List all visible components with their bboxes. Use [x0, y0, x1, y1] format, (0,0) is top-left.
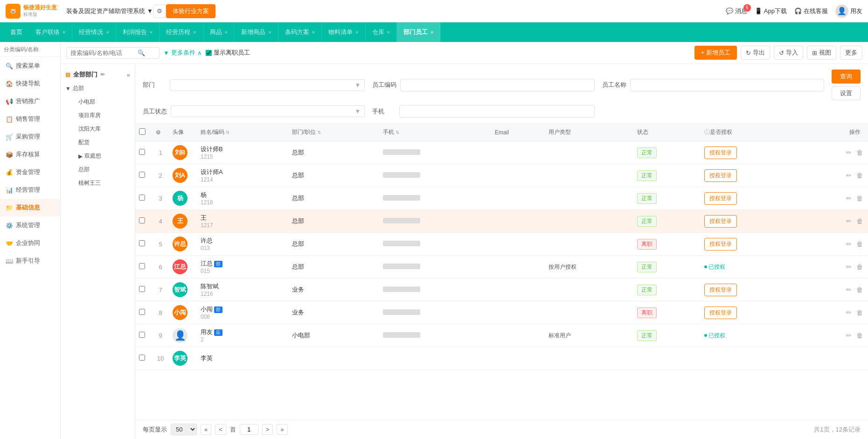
filter-status-select[interactable]: ▼: [171, 105, 365, 117]
filter-phone-input[interactable]: [399, 105, 594, 118]
delete-button[interactable]: 🗑: [856, 286, 863, 293]
sidebar-item-guide[interactable]: 📖新手引导: [0, 252, 60, 270]
import-button[interactable]: ↺ 导入: [774, 46, 803, 60]
delete-button[interactable]: 🗑: [856, 332, 863, 339]
last-page-button[interactable]: »: [277, 424, 287, 435]
delete-button[interactable]: 🗑: [856, 195, 863, 202]
sidebar-item-search[interactable]: 🔍搜索菜单: [0, 57, 60, 75]
row-checkbox[interactable]: [139, 195, 145, 201]
auth-login-button[interactable]: 授权登录: [704, 146, 737, 159]
select-all-checkbox[interactable]: [139, 128, 146, 135]
online-service-button[interactable]: 🎧 在线客服: [794, 7, 828, 15]
dept-item-shenyang[interactable]: 沈阳大库: [72, 122, 135, 136]
auth-login-button[interactable]: 授权登录: [704, 215, 737, 228]
dept-item-peihuo[interactable]: 配货: [72, 136, 135, 149]
delete-button[interactable]: 🗑: [856, 217, 863, 225]
nav-tab-bom[interactable]: 物料清单 ×: [322, 22, 365, 42]
show-resigned-checkbox[interactable]: [206, 50, 212, 56]
nav-tab-warehouse[interactable]: 仓库 ×: [366, 22, 397, 42]
page-number-input[interactable]: [240, 424, 258, 435]
th-phone[interactable]: 手机⇅: [379, 124, 491, 141]
row-checkbox[interactable]: [139, 172, 145, 178]
sidebar-item-inventory[interactable]: 📦库存核算: [0, 146, 60, 163]
sidebar-item-marketing[interactable]: 📢营销推广: [0, 92, 60, 110]
prev-page-button[interactable]: <: [215, 424, 226, 435]
dept-item-zongbu[interactable]: 总部: [72, 163, 135, 176]
filter-empname-input[interactable]: [630, 79, 824, 91]
edit-button[interactable]: ✏: [846, 286, 852, 293]
nav-tab-goods[interactable]: 商品 ×: [203, 22, 235, 42]
more-actions-button[interactable]: 更多: [840, 46, 862, 60]
reset-button[interactable]: 设置: [832, 86, 861, 100]
sidebar-item-management[interactable]: 📊经营管理: [0, 181, 60, 199]
close-operation-icon[interactable]: ×: [106, 29, 109, 35]
edit-button[interactable]: ✏: [846, 263, 852, 271]
query-button[interactable]: 查询: [832, 70, 861, 84]
close-department-icon[interactable]: ×: [431, 29, 433, 35]
view-button[interactable]: ⊞ 视图: [807, 46, 836, 60]
dept-item-zongbu-root[interactable]: ▼ 总部: [61, 82, 135, 95]
row-checkbox[interactable]: [139, 286, 145, 292]
edit-button[interactable]: ✏: [846, 217, 852, 225]
row-checkbox[interactable]: [139, 217, 145, 223]
sidebar-item-purchase[interactable]: 🛒采购管理: [0, 128, 60, 146]
dept-item-shuangling[interactable]: ▶ 双庭想: [72, 149, 135, 163]
close-barcode-icon[interactable]: ×: [312, 29, 315, 35]
edit-button[interactable]: ✏: [846, 309, 852, 316]
show-resigned-label[interactable]: 显示离职员工: [206, 49, 250, 57]
filter-empcode-input[interactable]: [400, 79, 594, 91]
sidebar-item-collab[interactable]: 🤝企业协同: [0, 234, 60, 252]
edit-button[interactable]: ✏: [846, 195, 852, 202]
edit-button[interactable]: ✏: [846, 332, 852, 339]
settings-icon[interactable]: ⚙: [156, 129, 161, 136]
nav-tab-home[interactable]: 首页: [4, 22, 29, 42]
edit-button[interactable]: ✏: [846, 149, 852, 156]
delete-button[interactable]: 🗑: [856, 240, 863, 248]
close-customer-icon[interactable]: ×: [62, 29, 65, 35]
message-button[interactable]: 💬 消息 5: [726, 7, 747, 15]
row-checkbox[interactable]: [139, 355, 145, 361]
edit-button[interactable]: ✏: [846, 240, 852, 248]
user-menu-button[interactable]: 👤 用友: [835, 5, 862, 18]
search-input[interactable]: [70, 49, 136, 56]
auth-login-button[interactable]: 授权登录: [704, 169, 737, 182]
page-size-select[interactable]: 20 50 100: [171, 424, 197, 435]
sidebar-item-sales[interactable]: 📋销售管理: [0, 110, 60, 128]
nav-tab-barcode[interactable]: 条码方案 ×: [278, 22, 322, 42]
nav-tab-history[interactable]: 经营历程 ×: [160, 22, 203, 42]
th-dept[interactable]: 部门/职位⇅: [288, 124, 380, 141]
export-button[interactable]: ↻ 导出: [741, 46, 770, 60]
dept-collapse-button[interactable]: «: [127, 71, 130, 78]
delete-button[interactable]: 🗑: [856, 263, 863, 271]
auth-login-button[interactable]: 授权登录: [704, 238, 737, 251]
nav-tab-profit[interactable]: 利润报告 ×: [116, 22, 160, 42]
row-checkbox[interactable]: [139, 149, 145, 155]
nav-tab-department[interactable]: 部门员工 ×: [397, 22, 440, 42]
sidebar-search-input[interactable]: [4, 46, 61, 53]
sidebar-item-finance[interactable]: 💰资金管理: [0, 163, 60, 181]
delete-button[interactable]: 🗑: [856, 149, 863, 156]
sidebar-item-system[interactable]: ⚙️系统管理: [0, 216, 60, 234]
trial-button[interactable]: 体验行业方案: [166, 4, 215, 18]
close-history-icon[interactable]: ×: [193, 29, 196, 35]
add-employee-button[interactable]: + 新增员工: [694, 46, 737, 60]
dept-item-zhishu[interactable]: 植树王三: [72, 176, 135, 190]
edit-button[interactable]: ✏: [846, 172, 852, 179]
delete-button[interactable]: 🗑: [856, 172, 863, 179]
th-name[interactable]: 姓名/编码⇅: [197, 124, 288, 141]
close-warehouse-icon[interactable]: ×: [387, 29, 390, 35]
sidebar-item-nav[interactable]: 🏠快捷导航: [0, 75, 60, 92]
edit-dept-icon[interactable]: ✏: [100, 71, 105, 78]
row-checkbox[interactable]: [139, 332, 145, 338]
auth-login-button[interactable]: 授权登录: [704, 192, 737, 205]
row-checkbox[interactable]: [139, 240, 145, 246]
nav-tab-customer[interactable]: 客户联络 ×: [29, 22, 72, 42]
dept-item-xiaodian[interactable]: 小电部: [72, 95, 135, 109]
row-checkbox[interactable]: [139, 263, 145, 269]
more-filter-button[interactable]: ▼ 更多条件 ∧: [163, 49, 202, 57]
gear-button[interactable]: ⚙: [153, 5, 166, 18]
auth-login-button[interactable]: 授权登录: [704, 307, 737, 319]
nav-tab-operation[interactable]: 经营情况 ×: [72, 22, 116, 42]
auth-login-button[interactable]: 授权登录: [704, 284, 737, 296]
close-new-goods-icon[interactable]: ×: [268, 29, 271, 35]
